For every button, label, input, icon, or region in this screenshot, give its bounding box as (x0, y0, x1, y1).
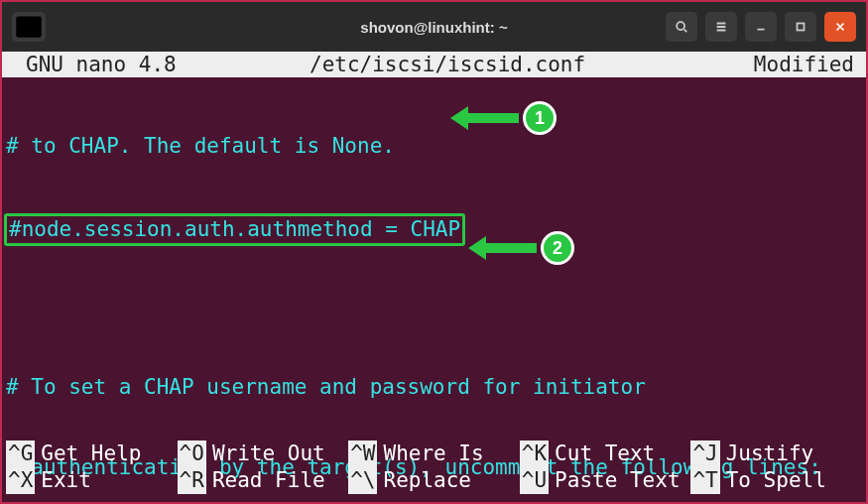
arrow-shaft (485, 243, 537, 253)
highlight-box-1: #node.session.auth.authmethod = CHAP (4, 213, 465, 246)
shortcut-label: Cut Text (555, 441, 655, 467)
shortcut-item: ^XExit (6, 467, 178, 494)
shortcut-key: ^W (348, 441, 377, 467)
window-title: shovon@linuxhint: ~ (223, 19, 646, 36)
code-line: #node.session.auth.authmethod = CHAP (6, 213, 862, 240)
shortcut-item: ^TTo Spell (690, 467, 862, 494)
menu-button[interactable] (705, 12, 737, 42)
minimize-button[interactable] (745, 12, 777, 42)
nano-app-name: GNU nano 4.8 (8, 53, 266, 76)
code-line: # to CHAP. The default is None. (6, 133, 862, 160)
shortcut-key: ^T (690, 467, 719, 494)
titlebar: shovon@linuxhint: ~ (2, 2, 866, 52)
code-line (6, 294, 862, 320)
shortcut-item: ^KCut Text (520, 441, 691, 467)
shortcut-item: ^UPaste Text (520, 467, 691, 494)
maximize-button[interactable] (785, 12, 816, 42)
shortcut-item: ^RRead File (178, 467, 349, 494)
shortcut-key: ^U (520, 467, 549, 494)
shortcut-label: Write Out (212, 441, 325, 467)
shortcut-item: ^\Replace (348, 467, 520, 494)
search-button[interactable] (666, 12, 697, 42)
shortcut-item: ^OWrite Out (178, 441, 349, 467)
arrow-shaft (467, 113, 519, 123)
svg-rect-2 (798, 24, 805, 31)
shortcut-key: ^O (178, 441, 206, 467)
nano-shortcuts: ^GGet Help ^OWrite Out ^WWhere Is ^KCut … (6, 441, 862, 494)
code-line: # To set a CHAP username and password fo… (6, 374, 862, 401)
shortcut-key: ^X (6, 467, 35, 494)
annotation-1: 1 (450, 101, 557, 135)
shortcut-label: Read File (212, 467, 325, 494)
arrow-icon (468, 236, 486, 260)
shortcut-label: Where Is (383, 441, 483, 467)
nano-filename: /etc/iscsi/iscsid.conf (266, 53, 754, 76)
shortcut-key: ^J (690, 441, 719, 467)
svg-rect-0 (16, 16, 42, 37)
shortcut-item: ^GGet Help (6, 441, 178, 467)
shortcut-label: Replace (383, 467, 471, 494)
annotation-number: 1 (523, 101, 557, 135)
shortcut-label: Exit (41, 467, 91, 494)
shortcut-label: To Spell (726, 467, 826, 494)
shortcut-key: ^G (6, 441, 35, 467)
shortcut-label: Justify (726, 441, 814, 467)
nano-header: GNU nano 4.8 /etc/iscsi/iscsid.conf Modi… (2, 52, 866, 77)
shortcut-key: ^\ (348, 467, 377, 494)
arrow-icon (450, 106, 468, 130)
shortcut-item: ^WWhere Is (348, 441, 520, 467)
close-button[interactable] (824, 12, 856, 42)
new-tab-button[interactable] (12, 12, 46, 42)
svg-point-1 (677, 22, 684, 30)
shortcut-key: ^K (520, 441, 549, 467)
shortcut-label: Get Help (41, 441, 141, 467)
shortcut-item: ^JJustify (690, 441, 862, 467)
shortcut-key: ^R (178, 467, 206, 494)
nano-modified: Modified (754, 53, 860, 76)
shortcut-label: Paste Text (555, 467, 680, 494)
